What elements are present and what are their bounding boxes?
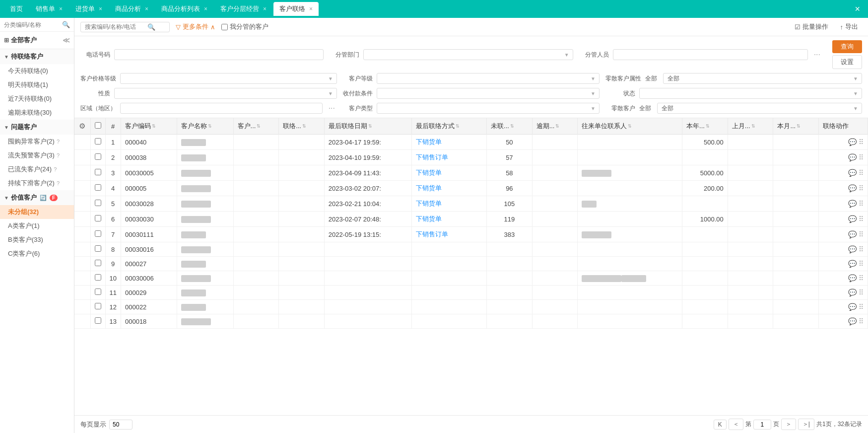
more-actions-icon[interactable]: ⠿: [859, 153, 864, 161]
row-checkbox[interactable]: [95, 317, 101, 324]
last-method-cell[interactable]: [412, 257, 487, 271]
checkbox-cell[interactable]: [90, 150, 105, 165]
checkbox-cell[interactable]: [90, 212, 105, 227]
contact-method-link[interactable]: 下销货单: [416, 200, 442, 207]
more-actions-icon[interactable]: ⠿: [859, 303, 864, 311]
tab-customer-tier-close[interactable]: ×: [263, 5, 267, 12]
more-actions-icon[interactable]: ⠿: [859, 260, 864, 268]
filter-dept-select[interactable]: [363, 49, 573, 60]
section-pending-contact[interactable]: ▼ 待联络客户: [0, 49, 74, 64]
checkbox-cell[interactable]: [90, 227, 105, 242]
filter-customer-type-select[interactable]: [377, 103, 600, 114]
checkbox-cell[interactable]: [90, 257, 105, 271]
query-button[interactable]: 查询: [832, 40, 862, 53]
filter-manager-input[interactable]: [613, 49, 808, 60]
last-method-cell[interactable]: 下销货单: [412, 181, 487, 196]
chat-icon[interactable]: 💬: [848, 274, 857, 282]
sidebar-item-7days[interactable]: 近7天待联络(0): [0, 92, 74, 106]
section-problem-customers[interactable]: ▼ 问题客户: [0, 120, 74, 135]
row-checkbox[interactable]: [95, 289, 101, 295]
sidebar-item-class-c[interactable]: C类客户(6): [0, 247, 74, 261]
row-checkbox[interactable]: [95, 303, 101, 309]
per-page-select[interactable]: 10 20 50 100: [109, 420, 133, 430]
last-method-cell[interactable]: 下销售订单: [412, 227, 487, 242]
customer-name-col-header[interactable]: 客户名称 ⇅: [177, 118, 233, 135]
tab-product-analysis-close[interactable]: ×: [145, 5, 148, 12]
last-method-cell[interactable]: [412, 286, 487, 300]
tab-purchase-close[interactable]: ×: [99, 5, 102, 12]
checkbox-cell[interactable]: [90, 314, 105, 329]
chat-icon[interactable]: 💬: [848, 169, 857, 177]
row-checkbox[interactable]: [95, 245, 101, 252]
contact-method-link[interactable]: 下销货单: [416, 215, 442, 222]
more-actions-icon[interactable]: ⠿: [859, 200, 864, 208]
filter-nature-select[interactable]: [114, 88, 337, 99]
contact-method-link[interactable]: 下销货单: [416, 138, 442, 145]
prev-page-btn[interactable]: ＜: [729, 419, 743, 430]
last-method-cell[interactable]: 下销货单: [412, 165, 487, 181]
row-checkbox[interactable]: [95, 230, 101, 237]
row-checkbox[interactable]: [95, 153, 101, 160]
filter-region-dots[interactable]: ···: [327, 104, 337, 113]
page-number-input[interactable]: [753, 420, 771, 430]
last-method-cell[interactable]: 下销货单: [412, 135, 487, 150]
sidebar-item-tomorrow[interactable]: 明天待联络(1): [0, 78, 74, 92]
filter-scatter-customer-select[interactable]: 全部: [657, 103, 862, 114]
sidebar-item-overdue[interactable]: 逾期未联络(30): [0, 106, 74, 120]
last-method-cell[interactable]: 下销货单: [412, 196, 487, 212]
last-method-cell[interactable]: [412, 242, 487, 257]
filter-scatter-attr-select[interactable]: 全部: [663, 73, 862, 84]
sidebar-item-class-a[interactable]: A类客户(1): [0, 219, 74, 233]
sidebar-search-icon[interactable]: 🔍: [62, 21, 70, 28]
search-input[interactable]: [85, 23, 144, 30]
tab-customer-contact[interactable]: 客户联络 ×: [273, 2, 319, 16]
more-actions-icon[interactable]: ⠿: [859, 169, 864, 177]
filter-region-input[interactable]: [120, 103, 323, 114]
export-btn[interactable]: ↑ 导出: [836, 21, 863, 33]
chat-icon[interactable]: 💬: [848, 245, 857, 253]
more-actions-icon[interactable]: ⠿: [859, 215, 864, 223]
checkbox-cell[interactable]: [90, 242, 105, 257]
sidebar-item-churned[interactable]: 已流失客户(24) ?: [0, 162, 74, 176]
more-actions-icon[interactable]: ⠿: [859, 317, 864, 325]
sidebar-item-abnormal[interactable]: 囤购异常客户(2) ?: [0, 135, 74, 148]
tab-customer-contact-close[interactable]: ×: [309, 5, 313, 12]
filter-customer-level-select[interactable]: [377, 73, 600, 84]
more-actions-icon[interactable]: ⠿: [859, 184, 864, 192]
section-value-customers[interactable]: ▼ 价值客户 🔄 F: [0, 190, 74, 205]
tab-product-analysis[interactable]: 商品分析 ×: [109, 2, 154, 16]
contact-col-header[interactable]: 联络... ⇅: [279, 118, 325, 135]
chat-icon[interactable]: 💬: [848, 260, 857, 268]
tab-sales-close[interactable]: ×: [59, 5, 63, 12]
chat-icon[interactable]: 💬: [848, 303, 857, 311]
row-checkbox[interactable]: [95, 184, 101, 191]
row-checkbox[interactable]: [95, 138, 101, 144]
last-month-col-header[interactable]: 上月... ⇅: [728, 118, 773, 135]
checkbox-cell[interactable]: [90, 271, 105, 286]
settings-col-header[interactable]: ⚙: [74, 118, 90, 135]
checkbox-cell[interactable]: [90, 196, 105, 212]
more-actions-icon[interactable]: ⠿: [859, 230, 864, 238]
contact-method-link[interactable]: 下销售订单: [416, 230, 448, 238]
select-all-checkbox[interactable]: [95, 122, 101, 129]
filter-manager-dots[interactable]: ···: [812, 50, 822, 59]
tab-purchase[interactable]: 进货单 ×: [69, 2, 108, 16]
sidebar-item-today[interactable]: 今天待联络(0): [0, 64, 74, 78]
chat-icon[interactable]: 💬: [848, 289, 857, 296]
next-page-btn[interactable]: ＞: [781, 419, 796, 430]
this-year-col-header[interactable]: 本年... ⇅: [682, 118, 728, 135]
chat-icon[interactable]: 💬: [848, 230, 857, 238]
checkbox-col-header[interactable]: [90, 118, 105, 135]
chat-icon[interactable]: 💬: [848, 200, 857, 208]
contact-method-link[interactable]: 下销货单: [416, 184, 442, 192]
more-actions-icon[interactable]: ⠿: [859, 245, 864, 253]
more-actions-icon[interactable]: ⠿: [859, 138, 864, 146]
sidebar-search-input[interactable]: [4, 21, 60, 28]
row-checkbox[interactable]: [95, 274, 101, 281]
last-method-cell[interactable]: [412, 271, 487, 286]
filter-price-select[interactable]: [120, 73, 337, 84]
filter-status-select[interactable]: [639, 88, 862, 99]
contact-method-link[interactable]: 下销售订单: [416, 153, 448, 161]
checkbox-cell[interactable]: [90, 181, 105, 196]
tab-customer-tier[interactable]: 客户分层经营 ×: [214, 2, 272, 16]
